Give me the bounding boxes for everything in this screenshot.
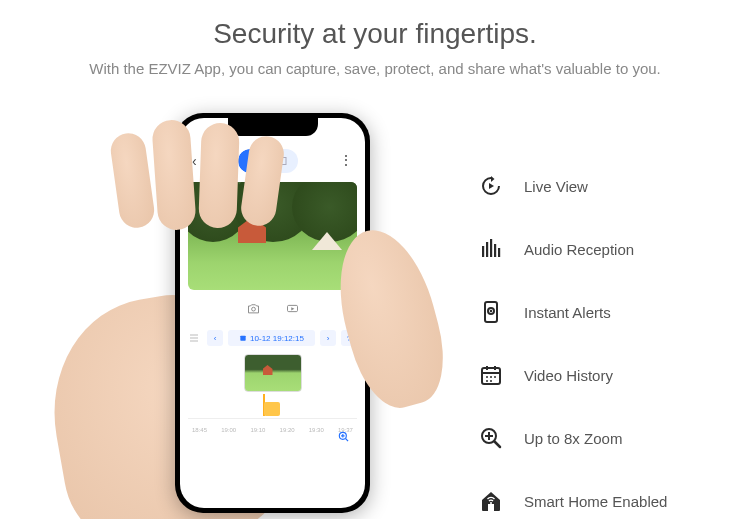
timeline-marker	[263, 394, 283, 416]
svg-rect-9	[494, 244, 496, 257]
svg-point-19	[490, 380, 492, 382]
timeline-menu-icon[interactable]	[188, 332, 202, 344]
svg-rect-8	[490, 239, 492, 257]
page-title: Security at your fingertips.	[0, 18, 750, 50]
phone-notch	[228, 118, 318, 136]
feature-list: Live View Audio Reception Instant Alerts…	[478, 173, 678, 519]
feature-8x-zoom: Up to 8x Zoom	[478, 425, 678, 451]
page-subtitle: With the EZVIZ App, you can capture, sav…	[0, 60, 750, 77]
time-ruler: 18:45 19:00 19:10 19:20 19:30 19:37	[188, 418, 357, 446]
history-icon	[478, 362, 504, 388]
feature-label: Instant Alerts	[524, 304, 611, 321]
audio-icon	[478, 236, 504, 262]
svg-point-17	[494, 376, 496, 378]
svg-point-21	[490, 502, 492, 504]
more-icon[interactable]: ⋮	[339, 158, 353, 164]
timeline-controls: ‹ 10-12 19:12:15 › ?	[188, 330, 357, 346]
timeline-next-icon[interactable]: ›	[320, 330, 336, 346]
feature-label: Up to 8x Zoom	[524, 430, 622, 447]
snapshot-icon[interactable]	[246, 301, 261, 320]
ruler-zoom-icon[interactable]	[337, 422, 351, 436]
hand-holding-phone-illustration: ‹ ⋮	[95, 98, 425, 519]
feature-label: Video History	[524, 367, 613, 384]
feature-label: Audio Reception	[524, 241, 634, 258]
svg-point-16	[490, 376, 492, 378]
record-icon[interactable]	[285, 301, 300, 320]
live-view-icon	[478, 173, 504, 199]
timeline-prev-icon[interactable]: ‹	[207, 330, 223, 346]
svg-point-13	[490, 310, 492, 312]
svg-point-15	[486, 376, 488, 378]
smart-home-icon	[478, 488, 504, 514]
feature-label: Smart Home Enabled	[524, 493, 667, 510]
feature-audio-reception: Audio Reception	[478, 236, 678, 262]
feature-label: Live View	[524, 178, 588, 195]
svg-rect-4	[240, 336, 245, 341]
svg-rect-10	[498, 248, 500, 257]
alerts-icon	[478, 299, 504, 325]
back-icon[interactable]: ‹	[192, 153, 197, 169]
feature-smart-home: Smart Home Enabled	[478, 488, 678, 514]
feature-live-view: Live View	[478, 173, 678, 199]
event-thumbnail[interactable]	[244, 354, 302, 392]
zoom-icon	[478, 425, 504, 451]
svg-rect-7	[486, 242, 488, 257]
feature-video-history: Video History	[478, 362, 678, 388]
svg-point-2	[251, 307, 255, 311]
feature-instant-alerts: Instant Alerts	[478, 299, 678, 325]
svg-rect-6	[482, 246, 484, 257]
capture-controls	[180, 294, 365, 326]
svg-point-18	[486, 380, 488, 382]
timeline-datetime[interactable]: 10-12 19:12:15	[228, 330, 315, 346]
